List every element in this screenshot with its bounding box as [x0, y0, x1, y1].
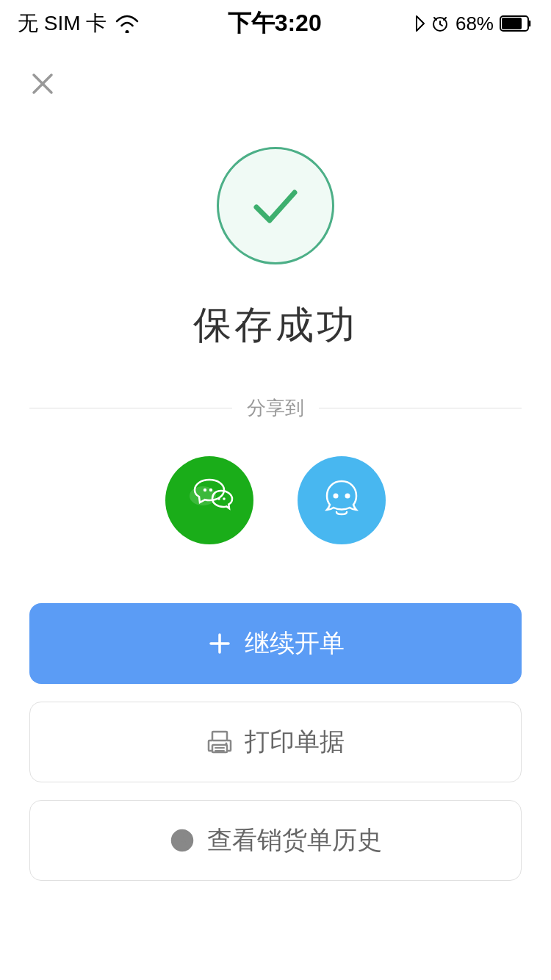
- wechat-icon: [184, 475, 234, 525]
- svg-point-10: [334, 494, 339, 499]
- divider-line-right: [319, 408, 522, 408]
- continue-label: 继续开单: [245, 627, 345, 660]
- share-qq-button[interactable]: [298, 456, 386, 544]
- print-button[interactable]: 打印单据: [29, 702, 522, 782]
- wifi-icon: [114, 14, 140, 33]
- status-bar: 无 SIM 卡 下午3:20 68%: [0, 0, 551, 47]
- share-wechat-button[interactable]: [165, 456, 253, 544]
- success-circle: [217, 147, 334, 264]
- share-icons-row: [165, 456, 386, 544]
- no-sim-text: 无 SIM 卡: [18, 10, 107, 37]
- plus-icon: [206, 630, 233, 657]
- svg-point-9: [223, 497, 226, 500]
- share-divider: 分享到: [29, 395, 522, 421]
- qq-icon: [317, 475, 367, 525]
- battery-icon: [500, 15, 533, 32]
- svg-point-8: [217, 497, 220, 500]
- location-icon: [408, 15, 425, 32]
- svg-rect-2: [502, 18, 522, 29]
- checkmark-icon: [246, 176, 305, 235]
- svg-point-18: [226, 743, 228, 745]
- share-label: 分享到: [247, 395, 304, 421]
- svg-rect-14: [212, 732, 227, 741]
- divider-line-left: [29, 408, 232, 408]
- success-title: 保存成功: [193, 300, 358, 351]
- status-time: 下午3:20: [228, 7, 322, 40]
- history-button[interactable]: 查看销货单历史: [29, 800, 522, 881]
- print-label: 打印单据: [245, 725, 345, 759]
- alarm-icon: [431, 14, 450, 33]
- main-content: 保存成功 分享到: [0, 103, 551, 980]
- battery-text: 68%: [455, 12, 494, 35]
- svg-point-7: [209, 489, 212, 491]
- status-left: 无 SIM 卡: [18, 10, 140, 37]
- history-label: 查看销货单历史: [207, 824, 382, 857]
- svg-point-11: [345, 494, 350, 499]
- close-button[interactable]: [24, 65, 62, 103]
- clock-icon: [169, 827, 195, 854]
- status-right: 68%: [408, 12, 533, 35]
- actions-wrap: 继续开单 打印单据 查看销货单历史: [29, 603, 522, 881]
- printer-icon: [206, 729, 233, 755]
- continue-button[interactable]: 继续开单: [29, 603, 522, 684]
- svg-point-6: [204, 489, 206, 491]
